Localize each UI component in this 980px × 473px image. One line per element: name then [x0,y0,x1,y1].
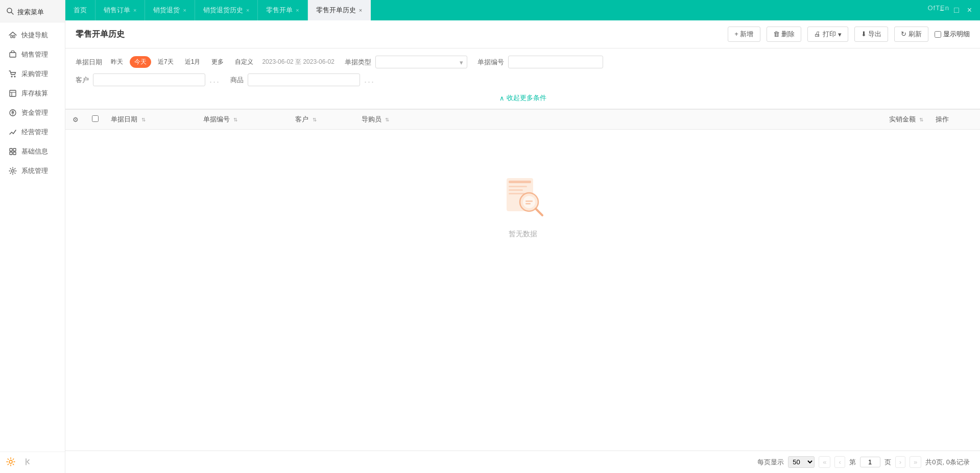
tab-sales-return[interactable]: 销货退货 × [145,0,195,20]
refresh-button[interactable]: ↻ 刷新 [894,27,928,42]
tab-retail-open-close[interactable]: × [296,7,299,13]
col-settings-btn[interactable]: ⚙ [71,116,80,123]
purchase-icon [8,69,17,79]
last-page-btn[interactable]: » [910,456,921,468]
product-label: 商品 [230,76,244,85]
col-customer: 客户 ⇅ [289,110,355,130]
sidebar-item-purchase[interactable]: 采购管理 [0,64,65,84]
print-dropdown-icon[interactable]: ▾ [838,31,842,38]
add-button[interactable]: + 新增 [728,27,760,42]
svg-point-22 [523,196,535,208]
tab-sales-return-close[interactable]: × [183,7,186,13]
svg-rect-7 [10,90,16,96]
sidebar-item-inventory[interactable]: 库存核算 [0,84,65,103]
customer-input[interactable] [93,73,205,86]
filter-product: 商品 ... [230,73,375,86]
date-filter-label: 单据日期 [76,58,102,67]
col-salesperson-sort[interactable]: ⇅ [385,117,389,122]
col-date-sort[interactable]: ⇅ [141,117,146,122]
col-customer-label: 客户 [295,115,308,123]
page-label-post: 页 [885,458,891,467]
sidebar-label: 快捷导航 [21,31,48,40]
filter-row-2: 客户 ... 商品 ... [76,73,970,86]
sidebar-item-operations[interactable]: 经营管理 [0,122,65,142]
filter-collapse-btn[interactable]: ∧ 收起更多条件 [76,91,970,105]
col-doc-no-label: 单据编号 [203,115,230,123]
sidebar-item-quick-nav[interactable]: 快捷导航 [0,26,65,45]
svg-point-14 [9,460,12,463]
tab-home[interactable]: 首页 [65,0,95,20]
doc-no-input[interactable] [508,56,603,68]
date-more-btn[interactable]: 更多 [207,56,228,68]
doc-type-label: 单据类型 [345,58,371,67]
sidebar-nav: 快捷导航 销售管理 采购管理 [0,22,65,452]
print-button[interactable]: 🖨 打印 ▾ [807,27,848,42]
svg-rect-10 [13,148,16,151]
page-header: 零售开单历史 + 新增 🗑 删除 🖨 打印 ▾ ⬇ 导出 ↻ 刷新 显示明细 [65,20,980,48]
col-date: 单据日期 ⇅ [105,110,197,130]
first-page-btn[interactable]: « [819,456,830,468]
col-customer-sort[interactable]: ⇅ [313,117,317,122]
customer-more-icon[interactable]: ... [209,74,220,85]
svg-line-23 [536,209,542,215]
filter-collapse-label: 收起更多条件 [507,93,546,103]
sidebar-label: 基础信息 [21,147,48,156]
filter-customer: 客户 ... [76,73,220,86]
filter-area: 单据日期 昨天 今天 近7天 近1月 更多 自定义 2023-06-02 至 2… [65,48,980,109]
col-actions: 操作 [929,110,980,130]
col-doc-no-sort[interactable]: ⇅ [233,117,237,122]
table-body: 暂无数据 [65,130,980,280]
tab-sales-order-close[interactable]: × [133,7,136,13]
tab-retail-open[interactable]: 零售开单 × [258,0,307,20]
sidebar-item-system[interactable]: 系统管理 [0,161,65,181]
prev-page-btn[interactable]: ‹ [834,456,845,468]
select-all-checkbox[interactable] [92,115,99,122]
date-yesterday-btn[interactable]: 昨天 [106,56,128,68]
col-amount-sort[interactable]: ⇅ [919,117,923,122]
date-today-btn[interactable]: 今天 [130,56,151,68]
svg-rect-11 [10,152,12,155]
filter-doc-type: 单据类型 [345,56,467,68]
search-icon [6,7,14,17]
tab-sales-order[interactable]: 销售订单 × [95,0,145,20]
col-date-label: 单据日期 [111,115,137,123]
date-last1m-btn[interactable]: 近1月 [180,56,205,68]
svg-line-1 [11,12,13,14]
window-maximize-button[interactable]: □ [952,4,961,17]
sidebar-item-sales[interactable]: 销售管理 [0,45,65,64]
doc-type-select[interactable] [375,56,467,68]
display-cols-checkbox[interactable]: 显示明细 [935,30,970,39]
delete-button[interactable]: 🗑 删除 [767,27,802,42]
date-custom-btn[interactable]: 自定义 [230,56,258,68]
filter-row-1: 单据日期 昨天 今天 近7天 近1月 更多 自定义 2023-06-02 至 2… [76,56,970,68]
display-cols-input[interactable] [935,31,941,38]
tab-sales-return-history[interactable]: 销货退货历史 × [195,0,258,20]
sidebar-item-finance[interactable]: 资金管理 [0,103,65,122]
settings-icon[interactable] [6,457,15,468]
next-page-btn[interactable]: › [895,456,905,468]
svg-rect-19 [509,189,523,191]
data-table: ⚙ 单据日期 ⇅ 单据编号 ⇅ 客户 [65,109,980,280]
svg-rect-17 [509,181,531,183]
per-page-select[interactable]: 50 10 20 100 [788,456,815,468]
sidebar-label: 销售管理 [21,50,48,59]
tab-sales-return-history-close[interactable]: × [246,7,249,13]
tab-retail-history[interactable]: 零售开单历史 × [308,0,371,20]
page-number-input[interactable] [860,457,880,467]
tab-retail-history-close[interactable]: × [359,7,362,13]
product-more-icon[interactable]: ... [364,74,375,85]
export-button[interactable]: ⬇ 导出 [854,27,889,42]
main-content: 首页 销售订单 × 销货退货 × 销货退货历史 × 零售开单 × 零售开单历史 … [65,0,980,473]
window-close-button[interactable]: × [965,4,974,17]
tab-retail-open-label: 零售开单 [266,6,293,15]
collapse-icon[interactable] [23,457,33,468]
date-last7-btn[interactable]: 近7天 [153,56,178,68]
empty-text: 暂无数据 [509,230,537,239]
filter-doc-no: 单据编号 [477,56,603,68]
product-input[interactable] [248,73,360,86]
svg-rect-2 [11,35,12,38]
sidebar-item-basic-info[interactable]: 基础信息 [0,142,65,161]
sidebar-bottom [0,452,65,473]
sidebar-search[interactable]: 搜索菜单 [0,0,65,22]
tab-sales-return-label: 销货退货 [153,6,180,15]
